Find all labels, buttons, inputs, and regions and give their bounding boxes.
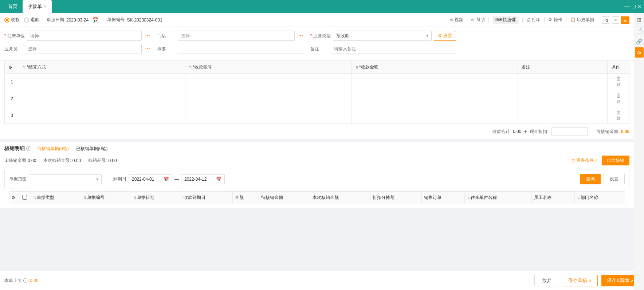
row-2-settlement[interactable] — [19, 90, 185, 107]
sidebar-table-icon[interactable]: ⊞ — [635, 15, 644, 25]
counterpart-field: * 往来单位 ··· — [4, 31, 150, 41]
more-conditions-btn[interactable]: ▽ 更多条件 ∧ — [572, 157, 598, 164]
diff-label: 核销差额: — [88, 157, 107, 164]
bt-check-col[interactable] — [20, 192, 31, 204]
tab-home[interactable]: 首页 — [3, 0, 23, 13]
tab-bar: 首页 收款单 × — □ × — [0, 0, 644, 13]
history-link[interactable]: 📋 历史单据 — [570, 17, 594, 23]
divider4 — [544, 17, 545, 23]
staff-more-btn[interactable]: ··· — [145, 46, 150, 52]
row-1-note[interactable] — [518, 74, 608, 90]
bt-gear-col[interactable]: ⚙ — [9, 192, 20, 204]
row-2-copy-icon[interactable]: ⧉ — [617, 98, 620, 104]
win-close-icon[interactable]: × — [638, 3, 641, 10]
row-1-account[interactable] — [185, 74, 352, 90]
store-more-btn[interactable]: ··· — [298, 32, 303, 39]
detail-view-btn[interactable]: ≣ — [621, 16, 629, 24]
sidebar-ai-icon[interactable]: Ai — [635, 47, 644, 58]
notes-input[interactable] — [331, 44, 456, 54]
bt-th-dept: ⇅ 部门名称 — [575, 192, 625, 204]
list-view-btn[interactable]: ◁ — [602, 16, 610, 24]
row-1-amount[interactable] — [352, 74, 518, 90]
summary-input[interactable] — [178, 44, 303, 54]
row-2-amount[interactable] — [352, 90, 518, 107]
row-3-settlement[interactable] — [19, 107, 185, 124]
table-gear-col[interactable]: ⚙ — [5, 61, 19, 74]
staff-input[interactable] — [25, 44, 142, 54]
uncancelled-label: 未核销金额 — [4, 157, 26, 164]
current-value: 0.00 — [72, 158, 81, 163]
carry-over-value: 0.00 — [30, 278, 38, 283]
range-select[interactable]: ▾ — [29, 174, 102, 184]
row-2-account[interactable] — [185, 90, 352, 107]
receipt-table: ⚙ ⇅ *结算方式 ⇅ *收款账号 ⇅ *收款金额 备注 — [4, 61, 629, 124]
store-label: 门店 — [157, 33, 176, 39]
verify-stats: 未核销金额 0.00 本次核销金额: 0.00 核销差额: 0.00 ▽ — [4, 156, 629, 165]
range-chevron-icon: ▾ — [96, 177, 98, 182]
date-picker-icon[interactable]: 📅 — [91, 16, 100, 24]
print-link[interactable]: 🖨 打印 — [526, 17, 541, 23]
row-3-amount[interactable] — [352, 107, 518, 124]
footer-info-icon[interactable]: i — [23, 278, 28, 283]
radio-refund[interactable]: 退款 — [24, 17, 39, 23]
filter-icon: ▽ — [572, 158, 575, 163]
verify-info-icon[interactable]: i — [26, 146, 31, 151]
chevron-up-icon: ∧ — [595, 158, 598, 163]
win-maximize-icon[interactable]: □ — [632, 3, 636, 10]
bt-th-order: 销售订单 — [422, 192, 465, 204]
row-2-note[interactable] — [518, 90, 608, 107]
tab-receipt[interactable]: 收款单 × — [23, 0, 52, 13]
date-start-picker[interactable]: 2022-04-01 📅 — [129, 174, 172, 184]
row-1-delete-icon[interactable]: 🗑 — [616, 76, 621, 82]
th-settlement: ⇅ *结算方式 — [19, 61, 185, 74]
sidebar-link-icon[interactable]: 🔗 — [635, 36, 644, 47]
done-tab[interactable]: 已核销单据(0笔) — [76, 146, 108, 152]
save-draft-label: 保存草稿 — [568, 277, 587, 284]
summary-label: 摘要 — [157, 46, 176, 52]
table-row: 1 🗑 ⧉ — [5, 74, 629, 90]
type-settings-btn[interactable]: ⚙ 设置 — [434, 31, 456, 41]
plus-sign: + — [524, 129, 527, 134]
row-1-settlement[interactable] — [19, 74, 185, 90]
video-link[interactable]: ⊙ 视频 — [450, 17, 463, 23]
row-1-copy-icon[interactable]: ⧉ — [617, 82, 620, 87]
date-end-picker[interactable]: 2022-04-12 📅 — [181, 174, 225, 184]
radio-refund-circle — [24, 17, 29, 23]
pending-tab[interactable]: 待核销单据(0笔) — [37, 146, 69, 152]
store-select[interactable]: 选择... — [178, 31, 295, 41]
auto-verify-btn[interactable]: 自动核销 — [602, 156, 629, 165]
sidebar-doc-icon[interactable]: 📄 — [635, 26, 644, 36]
business-type-select[interactable]: 预收款 ▾ — [333, 31, 432, 41]
select-all-checkbox[interactable] — [22, 195, 27, 200]
row-3-account[interactable] — [185, 107, 352, 124]
row-2-delete-icon[interactable]: 🗑 — [616, 93, 621, 98]
notes-label: 备注 — [310, 46, 329, 52]
current-stat: 本次核销金额: 0.00 — [43, 157, 81, 164]
counterpart-label: * 往来单位 — [4, 33, 25, 39]
table-section: ⚙ ⇅ *结算方式 ⇅ *收款账号 ⇅ *收款金额 备注 — [0, 61, 634, 124]
number-label: 单据编号 — [107, 17, 125, 23]
counterpart-input[interactable] — [27, 31, 142, 41]
date-field-group: 单据日期 2023-03-24 📅 — [47, 16, 100, 24]
ops-link[interactable]: ⚙ 操作 — [548, 17, 562, 23]
counterpart-more-btn[interactable]: ··· — [145, 32, 150, 39]
query-btn[interactable]: 查询 — [580, 174, 601, 184]
tab-receipt-close[interactable]: × — [44, 4, 47, 9]
radio-receive-label: 收款 — [11, 17, 20, 23]
radio-receive[interactable]: 收款 — [4, 17, 20, 23]
discount-input[interactable] — [551, 127, 588, 136]
shortcut-link[interactable]: ⌨ 快捷键 — [492, 16, 519, 24]
grid-view-btn[interactable]: ≡ — [612, 16, 619, 24]
win-minimize-icon[interactable]: — — [624, 3, 630, 10]
help-link[interactable]: ⊙ 帮助 — [471, 17, 484, 23]
date-end-value: 2022-04-12 — [184, 177, 207, 182]
row-3-copy-icon[interactable]: ⧉ — [617, 115, 620, 121]
bottom-settings-btn[interactable]: 设置 — [604, 174, 625, 184]
row-3-note[interactable] — [518, 107, 608, 124]
calendar-end-icon: 📅 — [216, 177, 221, 182]
row-3-delete-icon[interactable]: 🗑 — [616, 109, 621, 115]
divider6 — [598, 17, 598, 23]
uncancelled-value: 0.00 — [28, 158, 36, 163]
save-draft-btn[interactable]: 保存草稿 ∧ — [563, 275, 598, 286]
abandon-btn[interactable]: 放弃 — [534, 275, 559, 286]
